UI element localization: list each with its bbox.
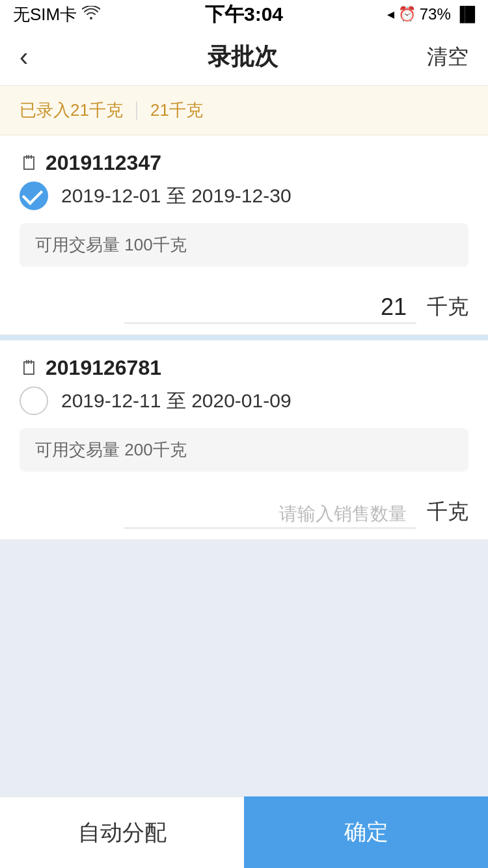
batch-doc-icon-2: 🗒 [20,357,39,379]
input-underline-2[interactable] [124,498,416,526]
bottom-bar: 自动分配 确定 [0,796,488,868]
input-underline-1[interactable] [124,293,416,321]
batch-id-2: 2019126781 [46,356,161,380]
info-banner: 已录入21千克 21千克 [0,86,488,135]
info-tag-label: 已录入21千克 [20,99,123,122]
info-divider [136,102,137,120]
batch-avail-row-1: 可用交易量 100千克 [20,223,468,267]
status-bar: 无SIM卡 下午3:04 ◂ ⏰ 73% ▐█ [0,0,488,29]
location-icon: ◂ [387,6,394,23]
unit-label-1: 千克 [427,293,468,321]
status-time: 下午3:04 [205,1,283,28]
status-right: ◂ ⏰ 73% ▐█ [387,5,475,23]
batch-doc-icon-1: 🗒 [20,152,39,174]
page-title: 录批次 [208,41,278,73]
auto-distribute-button[interactable]: 自动分配 [0,796,244,868]
battery-icon: ▐█ [455,6,475,23]
quantity-input-2[interactable] [124,498,416,526]
batch-date-row-2[interactable]: 2019-12-11 至 2020-01-09 [0,387,488,422]
carrier-label: 无SIM卡 [13,3,77,26]
batch-date-row-1[interactable]: 2019-12-01 至 2019-12-30 [0,182,488,217]
batch-avail-text-2: 可用交易量 200千克 [35,440,187,459]
batch-dates-2: 2019-12-11 至 2020-01-09 [61,388,291,414]
batch-card-1: 🗒 2019112347 2019-12-01 至 2019-12-30 可用交… [0,135,488,335]
quantity-input-1[interactable] [124,293,416,321]
radio-1[interactable] [20,182,48,210]
unit-label-2: 千克 [427,498,468,526]
wifi-icon [82,5,100,25]
alarm-icon: ⏰ [398,6,416,23]
back-button[interactable]: ‹ [20,42,59,72]
clear-button[interactable]: 清空 [427,43,468,72]
radio-2[interactable] [20,387,48,415]
batch-avail-text-1: 可用交易量 100千克 [35,235,187,254]
batch-header-2: 🗒 2019126781 [0,340,488,387]
main-content: 🗒 2019112347 2019-12-01 至 2019-12-30 可用交… [0,135,488,868]
nav-bar: ‹ 录批次 清空 [0,29,488,86]
batch-id-1: 2019112347 [46,151,161,175]
battery-label: 73% [420,5,451,23]
batch-dates-1: 2019-12-01 至 2019-12-30 [61,183,291,210]
input-row-1: 千克 [0,280,488,335]
empty-area [0,540,488,800]
batch-header-1: 🗒 2019112347 [0,135,488,182]
batch-card-2: 🗒 2019126781 2019-12-11 至 2020-01-09 可用交… [0,340,488,540]
section-separator [0,335,488,340]
input-row-2: 千克 [0,485,488,540]
info-value-label: 21千克 [150,99,203,122]
status-left: 无SIM卡 [13,3,100,26]
confirm-button[interactable]: 确定 [244,796,488,868]
batch-avail-row-2: 可用交易量 200千克 [20,428,468,472]
